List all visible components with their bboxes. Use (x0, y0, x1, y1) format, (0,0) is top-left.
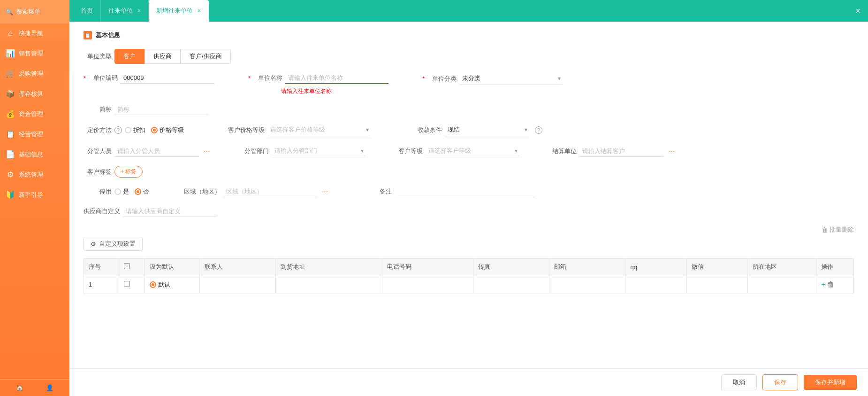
row-add-btn[interactable]: + (821, 280, 825, 289)
type-btn-customer[interactable]: 客户 (114, 49, 145, 64)
add-tag-btn[interactable]: + 标签 (114, 166, 143, 178)
customer-price-select[interactable]: 请选择客户价格等级 ▾ (267, 124, 371, 136)
radio-label: 折扣 (133, 126, 145, 134)
settings-btn[interactable]: ⚙ 自定义项设置 (84, 237, 143, 251)
dept-select[interactable]: 请输入分管部门 ▾ (272, 145, 365, 157)
sidebar-item-purchase[interactable]: 🛒 采购管理 (0, 63, 69, 84)
unit-code-input[interactable] (121, 72, 214, 84)
default-radio[interactable]: 默认 (150, 280, 195, 289)
sidebar-item-label: 新手引导 (19, 191, 43, 199)
tab-partners[interactable]: 往来单位× (101, 0, 149, 22)
save-button[interactable]: 保存 (762, 374, 798, 390)
sidebar-home-btn[interactable]: 🏠 (16, 384, 23, 391)
row-qq[interactable] (625, 275, 686, 294)
short-name-field: 简称 (84, 104, 208, 115)
area-input[interactable] (223, 186, 317, 197)
type-btn-both[interactable]: 客户/供应商 (181, 49, 231, 64)
tab-close-btn[interactable]: × (137, 8, 141, 14)
sidebar-search-btn[interactable]: 🔍 搜索菜单 (0, 4, 69, 20)
short-name-input[interactable] (114, 104, 208, 115)
tab-new-partner[interactable]: 新增往来单位× (149, 0, 209, 22)
row-delete-btn[interactable]: 🗑 (827, 280, 835, 289)
window-close-btn[interactable]: × (852, 6, 864, 16)
sidebar-profile-btn[interactable]: 👤 (46, 384, 53, 391)
sidebar-item-basic[interactable]: 📄 基础信息 (0, 144, 69, 164)
pricing-help-icon[interactable]: ? (114, 126, 122, 134)
remark-input[interactable] (395, 186, 535, 197)
main-area: 首页往来单位×新增往来单位× × 📋 基本信息 单位类型 客户供应商客户/供应商… (69, 0, 868, 396)
section-icon: 📋 (84, 31, 92, 39)
address-input[interactable] (281, 279, 337, 290)
disabled-radio-no[interactable]: 否 (135, 187, 149, 196)
manager-more-btn[interactable]: ··· (202, 147, 212, 155)
tab-home[interactable]: 首页 (73, 0, 101, 22)
settlement-more-btn[interactable]: ··· (667, 147, 677, 155)
tab-close-btn[interactable]: × (198, 8, 201, 14)
qq-input[interactable] (630, 279, 658, 290)
row-checkbox[interactable] (119, 275, 145, 294)
disabled-radio-yes[interactable]: 是 (114, 187, 129, 196)
search-icon: 🔍 (6, 8, 13, 16)
short-name-label: 简称 (84, 105, 112, 114)
supplier-custom-field: 供应商自定义 (84, 206, 217, 217)
payment-terms-field: 收款条件 现结 ▾ ? (414, 124, 542, 136)
email-input[interactable] (554, 279, 592, 290)
sidebar-item-finance[interactable]: 💰 资金管理 (0, 104, 69, 124)
row-fax[interactable] (473, 275, 549, 294)
pricing-radio-discount[interactable]: 折扣 (125, 126, 145, 134)
sidebar: 🔍 搜索菜单 ⌂ 快捷导航 📊 销售管理 🛒 采购管理 📦 库存核算 💰 资金管… (0, 0, 69, 396)
unit-type-row: 单位类型 客户供应商客户/供应商 (84, 49, 854, 64)
settlement-label: 结算单位 (548, 147, 577, 155)
sidebar-item-quick-nav[interactable]: ⌂ 快捷导航 (0, 23, 69, 43)
row-email[interactable] (549, 275, 625, 294)
sidebar-item-guide[interactable]: 🔰 新手引导 (0, 185, 69, 205)
row-select[interactable] (124, 281, 130, 287)
row-contact[interactable] (200, 275, 276, 294)
customer-price-placeholder: 请选择客户价格等级 (267, 124, 366, 136)
sidebar-item-label: 系统管理 (19, 171, 43, 179)
row-region[interactable] (747, 275, 816, 294)
sidebar-item-operations[interactable]: 📋 经营管理 (0, 124, 69, 144)
table-row: 1 默认 + 🗑 (84, 275, 854, 294)
area-more-btn[interactable]: ··· (320, 187, 330, 196)
settlement-input[interactable] (579, 146, 664, 157)
radio-label: 是 (123, 187, 129, 196)
contact-input[interactable] (205, 279, 242, 290)
customer-level-label: 客户等级 (395, 147, 423, 155)
pricing-radio-price-level[interactable]: 价格等级 (151, 126, 184, 134)
manager-input[interactable] (114, 146, 199, 157)
table-select-all[interactable] (124, 263, 130, 269)
sidebar-item-inventory[interactable]: 📦 库存核算 (0, 84, 69, 104)
type-btn-supplier[interactable]: 供应商 (145, 49, 181, 64)
supplier-custom-row: 供应商自定义 (84, 206, 854, 217)
sidebar-item-sales[interactable]: 📊 销售管理 (0, 43, 69, 63)
manager-field: 分管人员 ··· (84, 146, 212, 157)
table-header-5: 电话号码 (382, 259, 473, 275)
supplier-custom-input[interactable] (123, 206, 217, 217)
batch-delete-btn[interactable]: 🗑 批量删除 (822, 225, 854, 234)
row-address[interactable] (276, 275, 382, 294)
wechat-input[interactable] (692, 279, 720, 290)
unit-name-input[interactable] (285, 72, 388, 84)
row-wechat[interactable] (686, 275, 747, 294)
row-phone[interactable] (382, 275, 473, 294)
fax-input[interactable] (478, 279, 516, 290)
sidebar-top: 🔍 搜索菜单 (0, 0, 69, 23)
payment-terms-select[interactable]: 现结 ▾ (445, 124, 529, 136)
customer-level-select[interactable]: 请选择客户等级 ▾ (426, 145, 519, 157)
customer-price-field: 客户价格等级 请选择客户价格等级 ▾ (227, 124, 371, 136)
payment-help-icon[interactable]: ? (535, 126, 542, 134)
sidebar-item-label: 资金管理 (19, 110, 43, 118)
radio-circle (151, 127, 158, 133)
home-icon: 🏠 (16, 384, 23, 391)
region-input[interactable] (753, 279, 785, 290)
unit-category-select[interactable]: 未分类 ▾ (459, 72, 563, 85)
customer-level-placeholder: 请选择客户等级 (426, 145, 515, 157)
cancel-button[interactable]: 取消 (721, 374, 757, 390)
remark-field: 备注 (364, 186, 535, 197)
sidebar-item-label: 快捷导航 (19, 29, 43, 38)
disabled-radio-group: 是 否 (114, 187, 149, 196)
phone-input[interactable] (387, 279, 434, 290)
sidebar-item-system[interactable]: ⚙ 系统管理 (0, 164, 69, 185)
save-new-button[interactable]: 保存并新增 (804, 375, 857, 390)
